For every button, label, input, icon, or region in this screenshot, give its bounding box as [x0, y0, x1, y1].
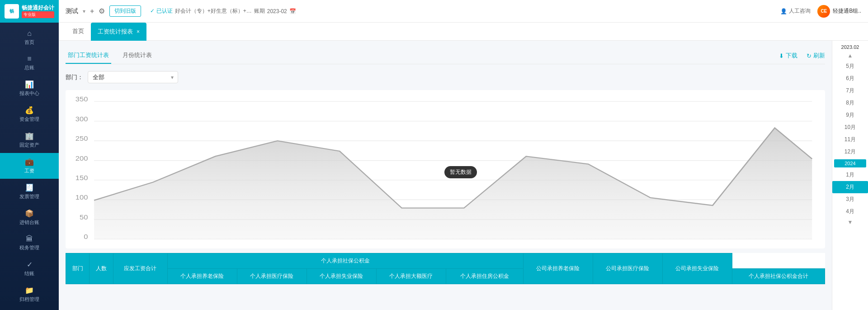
page-main: 部门工资统计表 月份统计表 ⬇ 下载 ↻ 刷新 [59, 41, 832, 310]
content-area: 首页 工资统计报表 × 部门工资统计表 月份统计表 [59, 23, 868, 310]
chart-container: 0 50 100 150 200 250 300 350 [66, 90, 825, 248]
month-7[interactable]: 7月 [832, 85, 868, 97]
page-content: 部门工资统计表 月份统计表 ⬇ 下载 ↻ 刷新 [59, 41, 868, 310]
funds-icon: 💰 [25, 106, 34, 114]
calendar-icon[interactable]: 📅 [289, 8, 296, 14]
sidebar-item-invoice[interactable]: 🧾 发票管理 [0, 179, 59, 205]
invoice-icon: 🧾 [25, 183, 34, 192]
th-personal-housing: 个人承担住房公积金 [446, 269, 523, 284]
account-tags: 好会计（专）+好生意（标）+… [175, 7, 252, 15]
month-1-2024[interactable]: 1月 [832, 169, 868, 181]
sub-tab-dept[interactable]: 部门工资统计表 [66, 48, 111, 64]
th-headcount: 人数 [90, 253, 113, 284]
sidebar-item-reports[interactable]: 📊 报表中心 [0, 76, 59, 101]
tab-close-button[interactable]: × [137, 29, 140, 35]
sidebar-item-ledger[interactable]: ≡ 总账 [0, 50, 59, 76]
dept-label: 部门： [66, 73, 83, 81]
archive-icon: 📁 [25, 286, 34, 295]
table-container: 部门 人数 应发工资合计 个人承担社保公积金 公司承担养老保险 公司承担医疗保险… [66, 253, 825, 284]
date-nav-up[interactable]: ▲ [846, 51, 854, 60]
help-icon: 👤 [780, 8, 787, 14]
sidebar-item-tax[interactable]: 🏛 税务管理 [0, 230, 59, 256]
content-main: 首页 工资统计报表 × 部门工资统计表 月份统计表 [59, 23, 868, 310]
th-dept: 部门 [66, 253, 90, 284]
sidebar-label-tax: 税务管理 [19, 244, 39, 251]
home-icon: ⌂ [27, 29, 32, 38]
month-6[interactable]: 6月 [832, 72, 868, 85]
year-2023-section: 5月 6月 7月 8月 9月 10月 11月 12月 [832, 60, 868, 158]
sales-icon: 📦 [25, 209, 34, 218]
sidebar-nav: ⌂ 首页 ≡ 总账 📊 报表中心 💰 资金管理 🏢 固定资产 💼 工资 🧾 发票… [0, 23, 59, 310]
year-2024-label[interactable]: 2024 [834, 159, 866, 167]
svg-text:250: 250 [75, 135, 88, 142]
sidebar: 畅 畅捷通好会计 专业版 ⌂ 首页 ≡ 总账 📊 报表中心 💰 资金管理 🏢 固… [0, 0, 59, 310]
month-10[interactable]: 10月 [832, 121, 868, 134]
topbar-tags: ✓ 已认证 好会计（专）+好生意（标）+… 账期 2023-02 📅 [150, 7, 296, 15]
username: 轻捷通B组.. [833, 7, 861, 15]
year-2024-section: 1月 2月 3月 4月 [832, 169, 868, 218]
svg-text:0: 0 [84, 234, 88, 240]
svg-text:350: 350 [75, 97, 88, 103]
assets-icon: 🏢 [25, 132, 34, 140]
th-personal-total: 个人承担社保公积金合计 [732, 269, 825, 284]
sidebar-item-salary[interactable]: 💼 工资 [0, 153, 59, 179]
logo-icon: 畅 [5, 4, 19, 19]
sidebar-item-settle[interactable]: ✓ 结账 [0, 256, 59, 281]
svg-text:200: 200 [75, 155, 88, 162]
topbar-settings-icon[interactable]: ⚙ [99, 7, 105, 15]
month-8[interactable]: 8月 [832, 97, 868, 109]
sidebar-label-funds: 资金管理 [19, 116, 39, 123]
svg-text:300: 300 [75, 115, 88, 122]
th-personal-major-medical: 个人承担大额医疗 [376, 269, 446, 284]
month-4-2024[interactable]: 4月 [832, 205, 868, 218]
dept-filter: 部门： 全部 ▾ [66, 71, 825, 83]
sub-tab-monthly[interactable]: 月份统计表 [120, 48, 154, 64]
date-nav-down[interactable]: ▼ [846, 218, 854, 227]
period-label: 账期 [254, 7, 265, 15]
sidebar-item-home[interactable]: ⌂ 首页 [0, 25, 59, 50]
sidebar-item-settings[interactable]: ⚙ 设置 [0, 307, 59, 310]
sidebar-item-assets[interactable]: 🏢 固定资产 [0, 127, 59, 153]
th-personal-social: 个人承担社保公积金 [167, 253, 523, 269]
sidebar-item-funds[interactable]: 💰 资金管理 [0, 101, 59, 127]
refresh-button[interactable]: ↻ 刷新 [807, 48, 825, 64]
th-company-medical: 公司承担医疗保险 [593, 253, 662, 284]
month-11[interactable]: 11月 [832, 134, 868, 146]
current-period-label: 2023.02 [839, 43, 862, 51]
settle-icon: ✓ [27, 260, 33, 269]
avatar: CE [817, 5, 830, 18]
th-personal-pension: 个人承担养老保险 [167, 269, 237, 284]
certified-tag: ✓ 已认证 [150, 7, 172, 15]
sub-tabs: 部门工资统计表 月份统计表 ⬇ 下载 ↻ 刷新 [66, 48, 825, 64]
ledger-icon: ≡ [27, 55, 31, 63]
svg-text:150: 150 [75, 174, 88, 181]
sidebar-label-sales: 进销台账 [19, 219, 39, 226]
tabs-bar: 首页 工资统计报表 × [59, 23, 868, 41]
sidebar-item-archive[interactable]: 📁 归档管理 [0, 281, 59, 307]
tab-home[interactable]: 首页 [66, 23, 91, 41]
svg-text:100: 100 [75, 194, 88, 201]
download-button[interactable]: ⬇ 下载 [779, 48, 797, 64]
help-button[interactable]: 👤 人工咨询 [780, 7, 811, 15]
salary-icon: 💼 [25, 157, 34, 166]
month-5[interactable]: 5月 [832, 60, 868, 72]
svg-text:50: 50 [80, 214, 88, 220]
topbar: 测试 ▾ + ⚙ 切到旧版 ✓ 已认证 好会计（专）+好生意（标）+… 账期 2… [59, 0, 868, 23]
th-personal-unemploy: 个人承担失业保险 [307, 269, 376, 284]
date-panel: 2023.02 ▲ 5月 6月 7月 8月 9月 10月 11月 12月 2 [832, 41, 868, 310]
month-9[interactable]: 9月 [832, 109, 868, 121]
tab-salary-report[interactable]: 工资统计报表 × [91, 23, 146, 41]
logo-badge: 专业版 [22, 11, 54, 18]
th-personal-medical: 个人承担医疗保险 [237, 269, 307, 284]
logo-title: 畅捷通好会计 [22, 5, 54, 12]
month-2-2024[interactable]: 2月 [832, 181, 868, 193]
sidebar-item-sales[interactable]: 📦 进销台账 [0, 205, 59, 230]
month-12[interactable]: 12月 [832, 146, 868, 158]
topbar-add-button[interactable]: + [90, 7, 94, 15]
salary-table: 部门 人数 应发工资合计 个人承担社保公积金 公司承担养老保险 公司承担医疗保险… [66, 253, 825, 284]
sidebar-label-ledger: 总账 [24, 64, 34, 71]
switch-mode-button[interactable]: 切到旧版 [109, 5, 141, 17]
month-3-2024[interactable]: 3月 [832, 193, 868, 205]
dept-select[interactable]: 全部 [88, 71, 178, 83]
user-menu[interactable]: CE 轻捷通B组.. [817, 5, 861, 18]
